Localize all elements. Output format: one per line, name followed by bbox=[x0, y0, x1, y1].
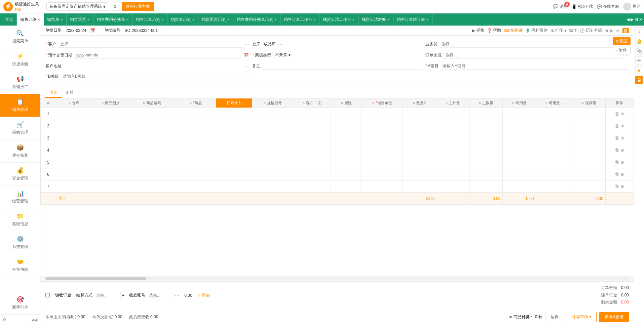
close-icon[interactable]: ✕ bbox=[387, 18, 390, 22]
nav-expand-icon[interactable]: ⊟ bbox=[635, 17, 638, 22]
history-button[interactable]: 🕐 历史单据 bbox=[580, 28, 602, 33]
close-icon[interactable]: ✕ bbox=[126, 18, 129, 22]
close-icon[interactable]: ✕ bbox=[37, 18, 40, 22]
shortcut-button[interactable]: ⌨ 快捷键 bbox=[504, 28, 523, 33]
sidebar-item-finance[interactable]: 💰 资金管理 bbox=[0, 163, 40, 186]
delete-icon[interactable]: 🗑 bbox=[615, 148, 619, 153]
right-icon-5[interactable]: ★ bbox=[635, 66, 643, 74]
close-icon[interactable]: ✕ bbox=[274, 18, 277, 22]
discard-button[interactable]: 放弃 bbox=[545, 312, 564, 322]
tab-workbench[interactable]: 销售订单工作台 ✕ bbox=[280, 13, 319, 26]
close-icon[interactable]: ✕ bbox=[227, 18, 230, 22]
system-selector[interactable]: 装备及固定资产辅助管理系统 ▾ bbox=[46, 2, 108, 11]
bank-account-input[interactable] bbox=[147, 292, 174, 299]
copy-icon[interactable]: ⊕ bbox=[620, 172, 624, 177]
copy-icon[interactable]: ⊕ bbox=[620, 160, 624, 165]
sidebar-settings-icon[interactable]: ⚙ bbox=[3, 318, 6, 322]
col-qty2[interactable]: ⇅ 数量2 bbox=[403, 98, 436, 108]
col-main-qty[interactable]: ⇅ 主数量 bbox=[469, 98, 503, 108]
card-view-icon[interactable]: ▦ bbox=[622, 28, 629, 33]
settings-button[interactable]: ⚙ 设置 bbox=[613, 37, 631, 45]
list-view-icon[interactable]: ☰ bbox=[616, 28, 620, 33]
tab-daily-clear-workbench[interactable]: 钱货日清工作台 ✕ bbox=[319, 13, 358, 26]
b-project-input[interactable] bbox=[61, 73, 250, 80]
message-button[interactable]: 💬 消息 9 bbox=[553, 4, 567, 9]
settings-icon[interactable]: ⚙ bbox=[111, 3, 119, 11]
col-scan[interactable]: 扫码录入 bbox=[216, 98, 252, 108]
tab-summary[interactable]: 汇总 bbox=[62, 88, 78, 98]
sidebar-item-inventory[interactable]: 📦 库存核算 bbox=[0, 140, 40, 163]
horizontal-scrollbar[interactable] bbox=[45, 277, 629, 280]
prev-record-icon[interactable]: ◀ bbox=[605, 28, 608, 33]
right-icon-1[interactable]: ☆ bbox=[635, 27, 643, 35]
add-button[interactable]: ⊕ 添加 bbox=[197, 292, 210, 298]
online-service-button[interactable]: 💬在线客服 bbox=[597, 4, 619, 9]
one-click-checkbox[interactable] bbox=[45, 293, 50, 297]
close-icon[interactable]: ✕ bbox=[87, 18, 90, 22]
close-icon[interactable]: ✕ bbox=[161, 18, 164, 22]
delete-icon[interactable]: 🗑 bbox=[615, 135, 619, 140]
print-button[interactable]: 🖨 打印 ▾ bbox=[550, 28, 566, 33]
delete-icon[interactable]: 🗑 bbox=[615, 123, 619, 128]
sidebar-item-marketing[interactable]: 📢 营销推广 bbox=[0, 71, 40, 94]
col-attr[interactable]: ⇅ 属性 bbox=[331, 98, 362, 108]
copy-icon[interactable]: ⊕ bbox=[620, 135, 624, 140]
sidebar-collapse-icon[interactable]: ◀◀ bbox=[31, 318, 37, 322]
save-new-button[interactable]: 保存&新增 bbox=[599, 312, 629, 322]
col-image[interactable]: ⇅ 商品图片 bbox=[92, 98, 129, 108]
sidebar-item-collab[interactable]: 🤝 企业协同 bbox=[0, 254, 40, 277]
next-record-icon[interactable]: ▶ bbox=[610, 28, 613, 33]
salesperson-input[interactable] bbox=[440, 41, 622, 48]
delete-icon[interactable]: 🗑 bbox=[615, 160, 619, 165]
close-icon[interactable]: ✕ bbox=[60, 18, 63, 22]
address-more-icon[interactable]: ··· bbox=[244, 63, 249, 69]
nav-prev-icon[interactable]: ◀ bbox=[627, 17, 630, 22]
col-code[interactable]: ⇅ 商品编码 bbox=[129, 98, 175, 108]
close-icon[interactable]: ✕ bbox=[352, 18, 355, 22]
a-project-input[interactable] bbox=[441, 63, 629, 70]
operate-button[interactable]: 操作 bbox=[569, 28, 577, 33]
col-warehouse[interactable]: ⇅ 仓库 bbox=[56, 98, 92, 108]
close-icon[interactable]: ✕ bbox=[426, 18, 429, 22]
delete-icon[interactable]: 🗑 bbox=[615, 172, 619, 177]
tab-daily-reconcile[interactable]: 钱货日清对账 ✕ bbox=[358, 13, 393, 26]
calendar-icon[interactable]: 📅 bbox=[90, 28, 95, 33]
tab-sales-return[interactable]: 销货退货 ✕ bbox=[67, 13, 93, 26]
col-main-unit[interactable]: ⇅ 主计量 bbox=[436, 98, 469, 108]
right-icon-6[interactable]: 🖥 bbox=[635, 76, 643, 84]
col-available2[interactable]: ⇅ 可用量... bbox=[536, 98, 572, 108]
view-button[interactable]: ▶ 视频 bbox=[472, 28, 484, 33]
col-customer-code[interactable]: ⇅ 客户... ⓘ bbox=[293, 98, 331, 108]
tab-sales-order-history[interactable]: 销售订单历史 ✕ bbox=[132, 13, 167, 26]
customer-more-icon[interactable]: ··· bbox=[244, 41, 249, 47]
sidebar-item-management[interactable]: 📊 经营管理 bbox=[0, 186, 40, 208]
help-button[interactable]: ❓ 帮助 bbox=[487, 28, 501, 33]
delivery-date-input[interactable] bbox=[74, 52, 242, 59]
save-draft-button[interactable]: 保存草稿 ▾ bbox=[567, 312, 597, 322]
invoice-type-select[interactable]: 不开票 ▾ bbox=[273, 51, 300, 59]
sidebar-item-sales[interactable]: 📋 销售管理 bbox=[0, 94, 40, 117]
tab-sales-stats[interactable]: 销售订单统计表 ✕ bbox=[393, 13, 432, 26]
one-click-checkbox-label[interactable]: 一键收订金 bbox=[45, 292, 71, 298]
profit-estimate-button[interactable]: 💲 毛利预估 bbox=[525, 28, 547, 33]
close-icon[interactable]: ✕ bbox=[192, 18, 195, 22]
sidebar-item-system[interactable]: ⚙️ 系统管理 bbox=[0, 231, 40, 254]
bank-more-icon[interactable]: ··· bbox=[175, 292, 179, 298]
delete-icon[interactable]: 🗑 bbox=[615, 184, 619, 189]
warehouse-more-icon[interactable]: ··· bbox=[278, 41, 282, 47]
copy-icon[interactable]: ⊕ bbox=[620, 123, 624, 128]
scrollbar-thumb[interactable] bbox=[45, 277, 146, 280]
app-download-button[interactable]: 📱App下载 bbox=[572, 4, 593, 9]
tab-invoice-history[interactable]: 销货单历史 ✕ bbox=[167, 13, 198, 26]
payment-method-input[interactable] bbox=[94, 292, 121, 299]
right-icon-2[interactable]: 🔔 bbox=[635, 37, 643, 45]
nav-close-icon[interactable]: ✕ bbox=[639, 17, 642, 22]
col-spec[interactable]: ⇅ 规格型号 bbox=[252, 98, 293, 108]
user-menu[interactable]: 用户 bbox=[623, 3, 641, 11]
col-product[interactable]: ⇅ *商品 bbox=[175, 98, 216, 108]
customer-input[interactable] bbox=[58, 41, 242, 48]
calendar-icon[interactable]: 📅 bbox=[244, 53, 249, 57]
sidebar-item-purchase[interactable]: 🛒 采购管理 bbox=[0, 117, 40, 140]
col-current[interactable]: ⇅ 现存量 bbox=[572, 98, 605, 108]
tab-return-history[interactable]: 销货退货历史 ✕ bbox=[198, 13, 233, 26]
